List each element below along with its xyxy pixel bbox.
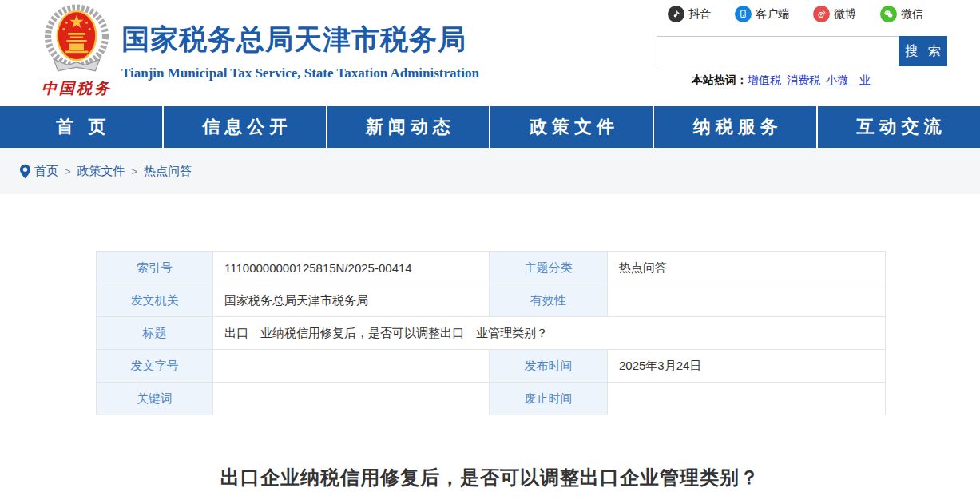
hotwords-bar: 本站热词：增值税消费税小微 业	[692, 73, 876, 88]
table-row: 发文机关 国家税务总局天津市税务局 有效性	[97, 284, 886, 317]
douyin-icon	[668, 6, 684, 22]
meta-label-index: 索引号	[97, 252, 213, 284]
site-logo[interactable]: 中国税务	[30, 3, 123, 99]
wechat-icon	[880, 6, 897, 22]
breadcrumb: 首页 > 政策文件 > 热点问答	[34, 164, 192, 179]
hotword-link[interactable]: 增值税	[748, 73, 781, 86]
social-label: 抖音	[688, 7, 711, 22]
social-weibo[interactable]: 微博	[813, 6, 856, 22]
meta-value-category: 热点问答	[608, 252, 886, 284]
breadcrumb-bar: 首页 > 政策文件 > 热点问答	[0, 148, 980, 194]
site-subtitle: Tianjin Municipal Tax Service, State Tax…	[121, 65, 479, 81]
main-nav: 首 页 信息公开 新闻动态 政策文件 纳税服务 互动交流	[0, 106, 980, 148]
meta-value-index: 11100000000125815N/2025-00414	[213, 252, 490, 284]
meta-label-docnumber: 发文字号	[97, 350, 213, 383]
social-links: 抖音 客户端 微博	[668, 6, 923, 22]
location-pin-icon	[19, 164, 31, 179]
table-row: 索引号 11100000000125815N/2025-00414 主题分类 热…	[97, 252, 886, 284]
meta-label-pubdate: 发布时间	[490, 350, 608, 383]
breadcrumb-separator: >	[132, 165, 138, 177]
table-row: 标题 出口 业纳税信用修复后，是否可以调整出口 业管理类别？	[97, 317, 886, 350]
nav-item-interact[interactable]: 互动交流	[816, 106, 980, 148]
tax-emblem-icon	[41, 65, 113, 79]
nav-item-news[interactable]: 新闻动态	[326, 106, 490, 148]
meta-label-keywords: 关键词	[97, 383, 213, 415]
breadcrumb-home[interactable]: 首页	[34, 164, 58, 179]
hotwords-prefix: 本站热词：	[692, 73, 748, 86]
search-button[interactable]: 搜 索	[899, 36, 947, 66]
meta-label-title: 标题	[97, 317, 213, 350]
nav-item-tax-service[interactable]: 纳税服务	[653, 106, 816, 148]
meta-value-title: 出口 业纳税信用修复后，是否可以调整出口 业管理类别？	[213, 317, 886, 350]
table-row: 关键词 废止时间	[97, 383, 886, 415]
main-content: 索引号 11100000000125815N/2025-00414 主题分类 热…	[0, 194, 980, 490]
social-wechat[interactable]: 微信	[880, 6, 923, 22]
social-douyin[interactable]: 抖音	[668, 6, 711, 22]
document-meta-table: 索引号 11100000000125815N/2025-00414 主题分类 热…	[96, 251, 886, 415]
social-label: 微信	[901, 7, 923, 22]
social-client[interactable]: 客户端	[735, 6, 789, 22]
weibo-icon	[813, 6, 830, 22]
nav-item-info[interactable]: 信息公开	[162, 106, 326, 148]
meta-label-validity: 有效性	[490, 284, 608, 317]
meta-value-pubdate: 2025年3月24日	[608, 350, 886, 383]
hotword-link[interactable]: 小微 业	[826, 73, 871, 86]
site-title: 国家税务总局天津市税务局	[121, 21, 479, 58]
meta-label-issuer: 发文机关	[97, 284, 213, 317]
meta-value-validity	[608, 284, 886, 317]
meta-value-keywords	[213, 383, 490, 415]
site-titles: 国家税务总局天津市税务局 Tianjin Municipal Tax Servi…	[121, 21, 479, 81]
breadcrumb-separator: >	[65, 165, 71, 177]
nav-item-policy[interactable]: 政策文件	[489, 106, 653, 148]
article-title: 出口企业纳税信用修复后，是否可以调整出口企业管理类别？	[0, 465, 980, 490]
meta-value-repeal	[608, 383, 886, 415]
meta-label-repeal: 废止时间	[490, 383, 608, 415]
social-label: 客户端	[756, 7, 789, 22]
logo-caption: 中国税务	[30, 78, 123, 99]
social-label: 微博	[834, 7, 856, 22]
client-app-icon	[735, 6, 752, 22]
page-header: 中国税务 国家税务总局天津市税务局 Tianjin Municipal Tax …	[0, 0, 980, 106]
search-input[interactable]	[657, 36, 899, 65]
hotword-link[interactable]: 消费税	[787, 73, 820, 86]
breadcrumb-current: 热点问答	[144, 164, 192, 179]
breadcrumb-policy[interactable]: 政策文件	[77, 164, 125, 179]
meta-value-docnumber	[213, 350, 490, 383]
meta-value-issuer: 国家税务总局天津市税务局	[213, 284, 490, 317]
meta-label-category: 主题分类	[490, 252, 608, 284]
nav-item-home[interactable]: 首 页	[0, 106, 162, 148]
table-row: 发文字号 发布时间 2025年3月24日	[97, 350, 886, 383]
site-search: 搜 索	[657, 36, 947, 66]
